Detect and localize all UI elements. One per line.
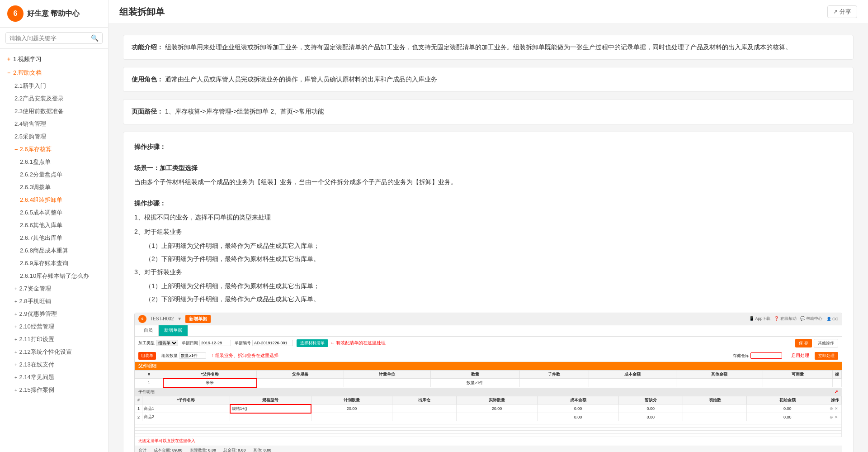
plus-icon-print: + [14,337,17,342]
sidebar-item-cost-recalc[interactable]: 2.6.8商品成本重算 [0,244,108,257]
step2-1: （1）上部明细为父件明细，最终作为产成品生成其它入库单； [134,240,842,252]
mock-parent-th-spec: 父件规格 [257,370,344,379]
mock-row1-copy[interactable]: ⊕ [830,406,833,411]
sidebar-item-mobile-label: 2.8手机旺铺 [19,297,51,305]
sidebar-item-ledger-error-label: 2.6.10库存账本错了怎么办 [20,272,89,279]
mock-row2-del[interactable]: ✕ [835,415,838,419]
sidebar-item-other-out[interactable]: 2.6.7其他出库单 [0,232,108,244]
share-button[interactable]: ↗ 分享 [827,5,857,18]
sidebar-item-payment-label: 2.13在线支付 [19,361,54,369]
sidebar-item-sales[interactable]: 2.4销售管理 [0,118,108,130]
sidebar-item-other-in[interactable]: 2.6.6其他入库单 [0,219,108,232]
step3-2: （2）下部明细为子件明细，最终作为产成品生成其它入库单。 [134,294,842,305]
mock-date-label: 单据日期 [182,340,198,346]
mock-type-select[interactable]: 组装单 拆卸单 [156,340,178,346]
mock-warehouse-input[interactable] [750,352,782,359]
steps-area: 操作步骤： 场景一：加工类型选择 当由多个子件材料组装成一个成品的业务为【组装】… [123,132,854,452]
mock-confirm-btn[interactable]: 立即处理 [815,352,838,360]
sidebar-item-mobile[interactable]: + 2.8手机旺铺 [0,295,108,308]
plus-icon-payment: + [14,362,17,367]
mock-total-cost: 成本金额: 89.00 [154,447,183,452]
plus-icon: + [7,56,10,62]
sidebar-item-cost-recalc-label: 2.6.8商品成本重算 [20,247,68,254]
search-input[interactable] [9,35,91,42]
sidebar-item-new-user[interactable]: 2.1新手入门 [0,80,108,92]
sidebar-item-print-label: 2.11打印设置 [19,335,54,343]
intro-box: 功能介绍： 组装拆卸单用来处理企业组装或拆卸等加工业务，支持有固定装配清单的产品… [123,35,854,60]
sidebar-item-help-docs[interactable]: − 2.帮助文档 [0,66,108,80]
mock-parent-th-name: *父件名称 [163,370,257,379]
sidebar-item-stocktake[interactable]: 2.6.1盘点单 [0,156,108,168]
intro-text: 组装拆卸单用来处理企业组装或拆卸等加工业务，支持有固定装配清单的产品加工业务，也… [165,43,792,51]
mock-tab-new-bill[interactable]: 新增单据 [159,325,188,336]
step3: 3、对于拆装业务 [134,266,842,278]
sidebar-item-payment[interactable]: + 2.13在线支付 [0,358,108,371]
sidebar-item-split-stocktake[interactable]: 2.6.2分量盘点单 [0,168,108,181]
mock-date-input[interactable] [199,340,231,346]
mock-row1-del[interactable]: ✕ [835,406,838,411]
mock-dropdown-icon: ▼ [177,316,182,321]
plus-icon-personalize: + [14,349,17,355]
sidebar-item-finance-label: 2.7资金管理 [19,285,51,293]
sidebar-item-print[interactable]: + 2.11打印设置 [0,333,108,346]
sidebar-item-data-prep[interactable]: 2.3使用前数据准备 [0,105,108,118]
mock-bom-btn[interactable]: 选择材料清单 [297,339,328,347]
mock-new-bill-btn[interactable]: 新增单据 [185,315,211,323]
mock-type-field: 加工类型 组装单 拆卸单 [138,340,178,346]
logo-area: 6 好生意 帮助中心 [0,0,108,28]
mock-expand-btn[interactable]: ⤢ [835,390,838,394]
minus-icon: − [7,70,10,76]
search-area: 🔍 [0,28,108,49]
mock-assembly-type-btn[interactable]: 组装单 [138,352,156,360]
mock-header-id: TEST-H002 [150,316,174,321]
sidebar-item-personalize[interactable]: + 2.12系统个性化设置 [0,346,108,358]
sidebar-item-video-label: 1.视频学习 [13,55,42,63]
top-bar: 组装拆卸单 ↗ 分享 [108,0,868,24]
role-text: 通常由生产人员或库管人员完成拆装业务的操作，库管人员确认原材料的出库和产成品的入… [165,76,437,83]
mock-child-th-actual-qty: 实际数量 [456,396,537,404]
mock-child-th-spec: 规格型号 [230,396,311,404]
sidebar-item-assembly[interactable]: 2.6.4组装拆卸单 [0,194,108,206]
sidebar-item-video[interactable]: + 1.视频学习 [0,52,108,66]
mock-parent-th-action: 操 [833,370,842,379]
sidebar-item-cases-label: 2.15操作案例 [19,386,54,394]
mock-other-btn[interactable]: 其他操作 [814,339,838,347]
mock-row2-copy[interactable]: ⊕ [830,415,833,419]
sidebar-item-purchase[interactable]: 2.5采购管理 [0,130,108,143]
mock-count-input[interactable] [179,352,206,359]
role-box: 使用角色： 通常由生产人员或库管人员完成拆装业务的操作，库管人员确认原材料的出库… [123,67,854,92]
sidebar-item-ledger-error[interactable]: 2.6.10库存账本错了怎么办 [0,270,108,282]
mock-save-btn[interactable]: 保 存 [795,339,812,347]
mock-annotation1: ← 有装配清单的在这里处理 [330,340,386,346]
mock-total-other: 其他: 0.00 [253,447,272,452]
sidebar: 6 好生意 帮助中心 🔍 + 1.视频学习 − 2.帮助文档 2.1新手入门 2… [0,0,108,452]
sidebar-item-personalize-label: 2.12系统个性化设置 [19,348,71,356]
sidebar-item-cases[interactable]: + 2.15操作案例 [0,384,108,396]
sidebar-item-coupon[interactable]: + 2.9优惠券管理 [0,308,108,320]
sidebar-item-install[interactable]: 2.2产品安装及登录 [0,92,108,105]
step3-1: （1）上部明细为父件明细，最终作为原材料生成其它出库单； [134,281,842,292]
mock-parent-th-child-qty: 子件数 [519,370,589,379]
search-icon[interactable]: 🔍 [91,34,99,42]
mock-tab-home[interactable]: 自员 [138,325,159,336]
mock-ui: 6 TEST-H002 ▼ 新增单据 📱 App下载 ❓ 在线帮助 💬 帮助中心… [135,313,842,452]
sidebar-item-finance[interactable]: + 2.7资金管理 [0,282,108,295]
mock-parent-th-qty: 数量 [431,370,519,379]
sidebar-item-inventory[interactable]: − 2.6库存核算 [0,143,108,156]
sidebar-item-ops[interactable]: + 2.10经营管理 [0,320,108,333]
sidebar-item-transfer[interactable]: 2.6.3调拨单 [0,181,108,194]
sidebar-item-cost-adjust[interactable]: 2.6.5成本调整单 [0,206,108,219]
step1: 1、根据不同的业务，选择不同单据的类型来处理 [134,212,842,223]
mock-parent-th-seq: # [135,370,163,379]
sidebar-item-faq[interactable]: + 2.14常见问题 [0,371,108,384]
mock-child-section-header: 子件明细 ⤢ [135,388,842,396]
scenario1-desc: 当由多个子件材料组装成一个成品的业务为【组装】业务，当由一个父件拆分成多个子产品… [134,176,842,188]
step2-2: （2）下部明细为子件明细，最终作为原材料生成其它出库单。 [134,253,842,265]
mock-total-actual: 实际数量: 0.00 [190,447,217,452]
mock-annotation3: 启用处理 [791,352,809,359]
mock-billno-input[interactable] [252,340,293,346]
sidebar-item-ledger-query[interactable]: 2.6.9库存账本查询 [0,257,108,270]
mock-child-row-1: 1 商品1 规格1+() 20.00 20.00 0.00 0.00 0 [135,404,842,413]
path-box: 页面路径： 1、库存核算->库存管理->组装拆卸单 2、首页->常用功能 [123,99,854,124]
mock-warehouse-label: 存储仓库 [733,353,749,359]
